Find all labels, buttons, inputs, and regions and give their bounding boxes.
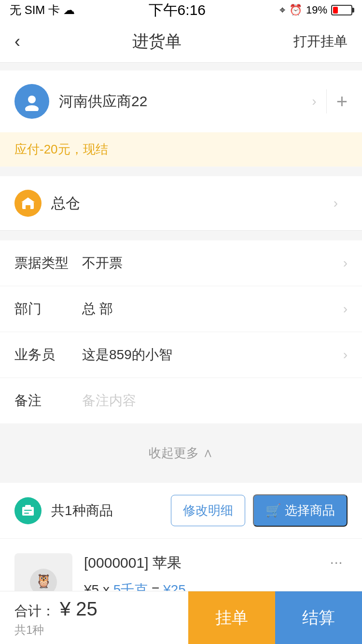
- svg-point-0: [28, 96, 36, 103]
- total-amount: ¥ 25: [60, 598, 97, 620]
- warehouse-icon: [14, 190, 42, 217]
- supplier-alert: 应付-20元，现结: [0, 132, 362, 167]
- total-label: 合计：: [14, 602, 55, 620]
- footer: 合计： ¥ 25 共1种 挂单 结算: [0, 591, 362, 644]
- product-name: [0000001] 苹果: [84, 553, 325, 573]
- warehouse-name: 总仓: [51, 194, 334, 213]
- supplier-name: 河南供应商22: [59, 92, 312, 112]
- svg-rect-6: [25, 505, 31, 508]
- warehouse-chevron-icon: ›: [334, 196, 338, 211]
- select-product-button[interactable]: 🛒 选择商品: [253, 494, 348, 527]
- cart-icon: 🛒: [265, 503, 281, 518]
- department-row[interactable]: 部门 总 部 ›: [0, 286, 362, 332]
- supplier-chevron-icon: ›: [312, 94, 316, 109]
- svg-marker-3: [21, 197, 35, 202]
- remark-row[interactable]: 备注 备注内容: [0, 378, 362, 423]
- open-hang-button[interactable]: 打开挂单: [293, 32, 348, 51]
- invoice-chevron-icon: ›: [343, 255, 348, 271]
- salesman-value: 这是859的小智: [82, 346, 343, 364]
- svg-rect-7: [24, 510, 32, 511]
- remark-label: 备注: [14, 392, 82, 410]
- footer-count: 共1种: [14, 622, 174, 638]
- remark-input[interactable]: 备注内容: [82, 392, 348, 410]
- svg-rect-5: [22, 507, 34, 516]
- battery-icon: [331, 5, 352, 15]
- warehouse-row[interactable]: 总仓 ›: [0, 176, 362, 231]
- supplier-row[interactable]: 河南供应商22 › +: [0, 70, 362, 132]
- product-more-button[interactable]: ···: [325, 553, 348, 571]
- svg-point-1: [25, 105, 39, 111]
- svg-rect-4: [26, 205, 30, 209]
- hang-button[interactable]: 挂单: [188, 591, 275, 644]
- modify-detail-button[interactable]: 修改明细: [171, 495, 245, 526]
- invoice-row[interactable]: 票据类型 不开票 ›: [0, 240, 362, 286]
- add-supplier-button[interactable]: +: [336, 91, 348, 112]
- product-count: 共1种商品: [51, 502, 171, 520]
- status-right: ⌖ ⏰ 19%: [279, 4, 352, 16]
- warehouse-section: 总仓 ›: [0, 176, 362, 231]
- alarm-icon: ⏰: [289, 4, 302, 16]
- salesman-chevron-icon: ›: [343, 347, 348, 363]
- invoice-label: 票据类型: [14, 254, 82, 272]
- battery-percent: 19%: [306, 4, 327, 16]
- salesman-label: 业务员: [14, 346, 82, 364]
- invoice-value: 不开票: [82, 254, 343, 272]
- back-button[interactable]: ‹: [14, 31, 20, 52]
- supplier-avatar: [14, 84, 49, 119]
- svg-rect-8: [24, 513, 29, 514]
- salesman-row[interactable]: 业务员 这是859的小智 ›: [0, 332, 362, 378]
- department-chevron-icon: ›: [343, 301, 348, 317]
- svg-text:🦉: 🦉: [35, 573, 52, 589]
- nav-bar: ‹ 进货单 打开挂单: [0, 20, 362, 63]
- form-section: 票据类型 不开票 › 部门 总 部 › 业务员 这是859的小智 › 备注 备注…: [0, 240, 362, 423]
- footer-total: 合计： ¥ 25 共1种: [0, 598, 188, 638]
- status-left: 无 SIM 卡 ☁: [10, 2, 75, 18]
- location-icon: ⌖: [279, 4, 285, 16]
- product-header: 共1种商品 修改明细 🛒 选择商品: [0, 483, 362, 539]
- checkout-button[interactable]: 结算: [275, 591, 362, 644]
- vertical-divider: [326, 89, 327, 113]
- department-value: 总 部: [82, 300, 343, 318]
- supplier-section: 河南供应商22 › + 应付-20元，现结: [0, 70, 362, 167]
- collapse-button[interactable]: 收起更多 ∧: [0, 433, 362, 473]
- product-count-icon: [14, 497, 42, 524]
- status-time: 下午6:16: [149, 0, 206, 20]
- sim-status: 无 SIM 卡 ☁: [10, 2, 75, 18]
- status-bar: 无 SIM 卡 ☁ 下午6:16 ⌖ ⏰ 19%: [0, 0, 362, 20]
- department-label: 部门: [14, 300, 82, 318]
- page-title: 进货单: [132, 30, 181, 53]
